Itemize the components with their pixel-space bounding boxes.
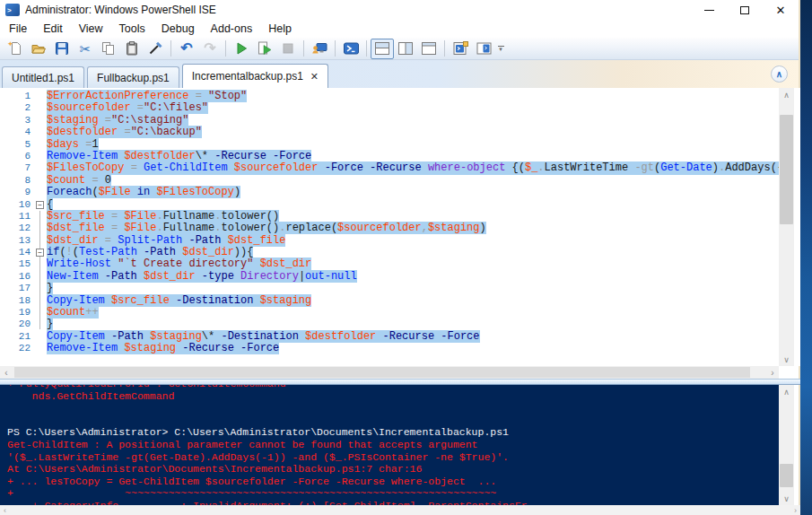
copy-button[interactable] [97,39,120,59]
redo-button[interactable]: ↷ [198,39,222,59]
menu-view[interactable]: View [71,21,111,37]
code-line: $dst_dir = Split-Path -Path $dst_file [47,235,779,247]
stop-operation-button[interactable] [276,39,300,59]
line-number-gutter: 12345678910111213141516171819202122 [0,91,36,355]
code-line: Remove-Item $staging -Recurse -Force [47,343,779,354]
tab-untitled1ps1[interactable]: Untitled1.ps1 [2,66,84,88]
pane-splitter[interactable] [0,379,800,385]
tab-label: Incrementalbackup.ps1 [192,70,303,83]
toolbar-separator [366,40,367,57]
scroll-right-icon[interactable]: › [766,368,779,378]
show-script-pane-right-button[interactable] [394,39,417,59]
fold-collapse-icon[interactable]: − [36,249,44,257]
fold-cell [36,223,47,234]
cut-button[interactable]: ✂ [74,39,97,59]
tab-close-icon[interactable]: ✕ [310,71,319,83]
start-powershell-exe-icon [343,40,360,57]
code-line: $staging ="C:\staging" [47,115,779,127]
scroll-up-icon[interactable]: ∧ [779,88,794,101]
toolbar-separator [170,40,171,57]
start-powershell-exe-button[interactable] [339,39,362,59]
menu-debug[interactable]: Debug [153,21,203,37]
save-script-button[interactable] [50,39,74,59]
line-number: 3 [0,115,36,127]
code-line: } [47,283,779,294]
clear-console-button[interactable] [144,39,167,59]
console-line: + ... lesToCopy = Get-ChildItem $sourcef… [7,476,528,488]
undo-button[interactable]: ↶ [175,39,198,59]
code-line: Copy-Item -Path $staging\* -Destination … [47,331,779,343]
new-powershell-tab-button[interactable] [449,39,472,59]
new-file-button[interactable] [4,39,27,59]
minimize-button[interactable] [691,0,727,20]
code-line: $sourcefolder ="C:\files" [47,102,779,114]
console-line: '($_.LastWriteTime -gt(Get-Date).AddDays… [7,451,528,464]
toolbar-overflow-button[interactable]: ▾ [495,39,506,59]
scrollbar-thumb[interactable] [14,367,750,378]
menu-file[interactable]: File [1,21,35,37]
scrollbar-thumb[interactable] [780,464,793,487]
fold-cell [36,187,47,198]
line-number: 22 [0,343,36,354]
menu-addons[interactable]: Add-ons [203,21,261,37]
fold-cell: − [36,199,47,211]
title-bar: > Administrator: Windows PowerShell ISE … [0,0,799,20]
code-line: Remove-Item $destfolder\* -Recurse -Forc… [47,151,779,162]
scroll-left-icon[interactable]: ‹ [0,368,13,378]
scroll-right-icon[interactable]: › [794,506,797,515]
run-selection-icon [257,40,273,57]
fold-cell [36,283,47,294]
clear-console-icon [147,40,163,57]
scroll-up-icon[interactable]: ∧ [779,385,794,398]
close-button[interactable]: ✕ [763,0,799,20]
fold-cell [36,127,47,138]
fold-cell [36,91,47,102]
code-lines[interactable]: $ErrorActionPreference = "Stop"$sourcefo… [47,91,779,355]
new-remote-powershell-tab-button[interactable] [308,39,331,59]
fold-cell [36,175,47,187]
toolbar-separator [335,40,336,57]
console-horizontal-scrollbar[interactable]: ‹ › [0,505,800,515]
show-script-pane-top-icon [374,41,390,56]
menu-tools[interactable]: Tools [111,21,153,37]
script-tab-bar: Untitled1.ps1Fullbackup.ps1Incrementalba… [0,60,799,88]
console-vertical-scrollbar[interactable]: ∧ ∨ [779,385,794,505]
console-line: At C:\Users\Administrator\Documents\Incr… [7,463,528,476]
scroll-left-icon[interactable]: ‹ [4,506,6,515]
menu-bar: FileEditViewToolsDebugAdd-onsHelp [0,20,799,38]
editor-vertical-scrollbar[interactable]: ∧ ∨ [779,88,794,366]
tab-label: Fullbackup.ps1 [97,72,170,84]
maximize-button[interactable] [727,0,763,20]
line-number: 16 [0,271,36,283]
line-number: 11 [0,211,36,223]
collapse-console-button[interactable]: ∧ [771,65,788,83]
show-script-pane-top-button[interactable] [371,39,394,59]
line-number: 4 [0,127,36,138]
line-number: 14 [0,247,36,258]
show-script-pane-toggle-button[interactable] [472,39,495,59]
fold-collapse-icon[interactable]: − [36,201,44,209]
scrollbar-thumb[interactable] [780,115,793,224]
menu-edit[interactable]: Edit [35,21,71,37]
tab-fullbackupps1[interactable]: Fullbackup.ps1 [87,66,179,88]
run-selection-button[interactable] [253,39,276,59]
paste-icon [124,40,140,57]
menu-help[interactable]: Help [260,21,300,37]
console-pane[interactable]: + FullyQualifiedErrorId : GetChildItemCo… [0,385,779,505]
show-script-pane-maximized-button[interactable] [417,39,441,59]
stop-operation-icon [280,40,296,57]
scroll-down-icon[interactable]: ∨ [779,353,794,366]
tab-incrementalbackupps1[interactable]: Incrementalbackup.ps1✕ [182,64,328,88]
scroll-down-icon[interactable]: ∨ [779,492,794,505]
fold-cell [36,151,47,162]
run-script-button[interactable] [230,39,253,59]
open-script-button[interactable] [27,39,50,59]
console-line: Get-ChildItem : A positional parameter c… [7,439,528,451]
script-editor[interactable]: 12345678910111213141516171819202122 −− $… [0,88,800,366]
line-number: 12 [0,223,36,234]
copy-icon [100,40,117,57]
code-line: $destfolder ="C:\backup" [47,127,779,138]
paste-button[interactable] [120,39,144,59]
editor-horizontal-scrollbar[interactable]: ‹ › [0,366,779,379]
minimize-icon [704,10,714,11]
